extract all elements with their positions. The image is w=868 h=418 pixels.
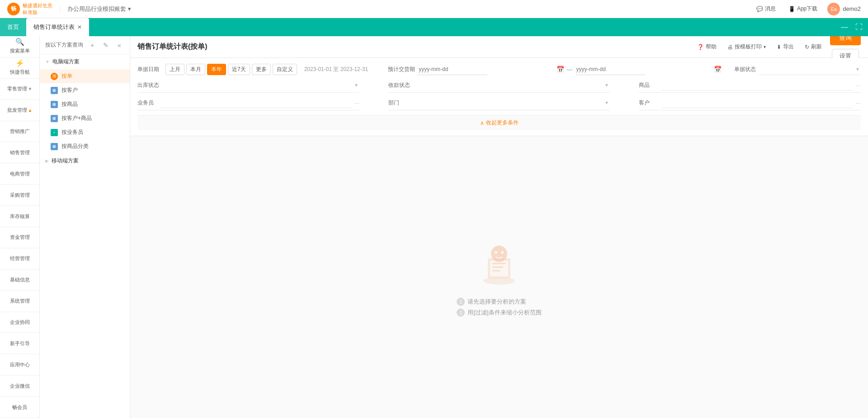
sidebar-item-quick-nav[interactable]: ⚡ 快捷导航 <box>0 57 39 79</box>
tab-minimize-btn[interactable]: — <box>839 22 850 33</box>
scheme-item-by-salesperson[interactable]: ▪ 按业务员 <box>40 125 130 139</box>
bill-status-select[interactable] <box>760 64 861 75</box>
query-btn[interactable]: 查询 <box>830 36 861 45</box>
scheme-item-by-customer[interactable]: ▦ 按客户 <box>40 83 130 97</box>
logo-text: 畅捷通好生意 标准版 <box>23 2 52 15</box>
svg-rect-8 <box>492 270 500 271</box>
sidebar-item-purchase-mgmt[interactable]: 采购管理 <box>0 185 39 206</box>
content-area: 按以下方案查询 + ✎ « ▼ 电脑端方案 按 按单 ▦ 按客户 ▦ 按商品 <box>40 36 868 418</box>
expected-date-from-input[interactable] <box>418 63 487 75</box>
refresh-btn[interactable]: ↻ 刷新 <box>802 41 825 52</box>
logo-area: 畅 畅捷通好生意 标准版 <box>7 2 52 15</box>
customer-cell: 客户 ··· <box>639 97 861 110</box>
breadcrumb[interactable]: 办公用品行业模拟账套 ▾ <box>67 5 131 13</box>
payment-status-label: 收款状态 <box>388 81 410 89</box>
tab-bar: 首页 销售订单统计表 ✕ — ⛶ <box>0 18 868 36</box>
svg-rect-7 <box>492 266 503 268</box>
print-btn[interactable]: 🖨 按模板打印 ▾ <box>725 41 769 52</box>
sidebar-item-marketing[interactable]: 营销推广 <box>0 121 39 142</box>
sidebar-item-ops-mgmt[interactable]: 经营管理 <box>0 248 39 270</box>
sidebar-item-inventory[interactable]: 库存核算 <box>0 206 39 227</box>
scheme-panel-header: 按以下方案查询 + ✎ « <box>40 36 130 54</box>
sidebar-item-ecommerce-mgmt[interactable]: 电商管理 <box>0 163 39 185</box>
svg-point-4 <box>495 251 497 254</box>
page-header: 销售订单统计表(按单) ❓ 帮助 🖨 按模板打印 ▾ ⬇ 导出 <box>130 36 868 58</box>
empty-illustration <box>472 238 526 292</box>
scheme-group-mobile[interactable]: ▶ 移动端方案 <box>40 153 130 168</box>
sidebar-item-enterprise-wechat[interactable]: 企业微信 <box>0 375 39 397</box>
sidebar-item-basic-info[interactable]: 基础信息 <box>0 270 39 291</box>
scheme-item-by-order[interactable]: 按 按单 <box>40 69 130 83</box>
user-area[interactable]: Ea demo2 <box>827 3 861 15</box>
scheme-item-by-cust-prod[interactable]: ▦ 按客户+商品 <box>40 111 130 125</box>
expected-date-from-wrap <box>418 63 553 75</box>
tab-home[interactable]: 首页 <box>0 18 26 36</box>
messages-btn[interactable]: 💬 消息 <box>754 3 778 14</box>
sidebar-item-search-menu[interactable]: 🔍 搜索菜单 <box>0 36 39 57</box>
date-label: 单据日期 <box>137 66 160 73</box>
scheme-item-by-product[interactable]: ▦ 按商品 <box>40 97 130 111</box>
scheme-item-by-category[interactable]: ▦ 按商品分类 <box>40 139 130 153</box>
app-download-btn[interactable]: 📱 App下载 <box>786 3 820 14</box>
scheme-add-btn[interactable]: + <box>87 40 97 50</box>
tab-bar-actions: — ⛶ <box>839 22 868 33</box>
sidebar-item-wholesale-mgmt[interactable]: 批发管理 ▲ <box>0 100 39 121</box>
logo-icon: 畅 <box>7 3 20 15</box>
expected-date-to-input[interactable] <box>576 63 645 75</box>
main-layout: 🔍 搜索菜单 ⚡ 快捷导航 零售管理 ▼ 批发管理 ▲ 营销推广 销售管理 电商… <box>0 36 868 418</box>
salesperson-dots[interactable]: ··· <box>354 100 359 106</box>
ship-status-label: 出库状态 <box>137 81 159 89</box>
customer-input[interactable] <box>661 97 853 108</box>
filter-area: 单据日期 上月 本月 本年 近7天 更多 自定义 2023-01-01 至 20… <box>130 58 868 136</box>
page-title: 销售订单统计表(按单) <box>137 42 208 52</box>
calendar-to-icon[interactable]: 📅 <box>714 66 722 73</box>
by-product-icon: ▦ <box>51 101 58 108</box>
svg-point-5 <box>501 251 504 254</box>
scheme-edit-btn[interactable]: ✎ <box>101 40 111 50</box>
quick-nav-icon: ⚡ <box>15 60 24 67</box>
product-dots[interactable]: ··· <box>856 82 861 89</box>
top-bar: 畅 畅捷通好生意 标准版 办公用品行业模拟账套 ▾ 💬 消息 📱 App下载 E… <box>0 0 868 18</box>
product-input[interactable] <box>661 80 853 90</box>
customer-label: 客户 <box>639 99 659 107</box>
by-cust-prod-icon: ▦ <box>51 115 58 122</box>
sidebar-item-member[interactable]: 畅会员 <box>0 397 39 418</box>
salesperson-label: 业务员 <box>137 99 157 107</box>
sidebar-item-app-center[interactable]: 应用中心 <box>0 354 39 375</box>
top-bar-right: 💬 消息 📱 App下载 Ea demo2 <box>754 3 861 15</box>
divider <box>60 5 60 13</box>
date-btn-more[interactable]: 更多 <box>252 64 271 75</box>
date-btn-last-month[interactable]: 上月 <box>165 64 184 75</box>
department-label: 部门 <box>388 99 408 107</box>
export-btn[interactable]: ⬇ 导出 <box>774 41 797 52</box>
sidebar-item-sys-mgmt[interactable]: 系统管理 <box>0 291 39 312</box>
sidebar-item-sales-mgmt[interactable]: 销售管理 <box>0 142 39 163</box>
sidebar-item-finance-mgmt[interactable]: 资金管理 <box>0 227 39 248</box>
tab-close-icon[interactable]: ✕ <box>77 24 82 30</box>
help-btn[interactable]: ❓ 帮助 <box>694 41 719 52</box>
date-btn-this-month[interactable]: 本月 <box>186 64 205 75</box>
ship-status-cell: 出库状态 ▾ <box>137 80 359 93</box>
salesperson-input[interactable] <box>160 97 352 108</box>
empty-state: 1 请先选择要分析的方案 2 用[过滤]条件来缩小分析范围 <box>130 136 868 418</box>
expected-date-label: 预计交货期 <box>388 66 415 73</box>
date-btn-this-year[interactable]: 本年 <box>207 64 226 75</box>
sidebar-item-retail-mgmt[interactable]: 零售管理 ▼ <box>0 79 39 100</box>
customer-dots[interactable]: ··· <box>856 100 861 106</box>
tab-maximize-btn[interactable]: ⛶ <box>854 22 864 33</box>
date-range-display: 2023-01-01 至 2023-12-31 <box>304 66 368 73</box>
tab-sales-order-stats[interactable]: 销售订单统计表 ✕ <box>26 18 89 36</box>
sidebar-item-enterprise-collab[interactable]: 企业协同 <box>0 312 39 333</box>
sidebar-item-new-guide[interactable]: 新手引导 <box>0 333 39 354</box>
by-order-icon: 按 <box>51 73 58 80</box>
collapse-bar[interactable]: ∧ 收起更多条件 <box>137 115 861 130</box>
empty-hints: 1 请先选择要分析的方案 2 用[过滤]条件来缩小分析范围 <box>457 298 541 317</box>
scheme-group-desktop[interactable]: ▼ 电脑端方案 <box>40 54 130 69</box>
scheme-collapse-btn[interactable]: « <box>114 40 124 50</box>
date-btn-last-7[interactable]: 近7天 <box>228 64 250 75</box>
calendar-from-icon[interactable]: 📅 <box>557 66 564 73</box>
date-btn-custom[interactable]: 自定义 <box>273 64 297 75</box>
scheme-panel: 按以下方案查询 + ✎ « ▼ 电脑端方案 按 按单 ▦ 按客户 ▦ 按商品 <box>40 36 130 418</box>
bill-status-label: 单据状态 <box>734 66 757 73</box>
top-bar-left: 畅 畅捷通好生意 标准版 办公用品行业模拟账套 ▾ <box>7 2 131 15</box>
